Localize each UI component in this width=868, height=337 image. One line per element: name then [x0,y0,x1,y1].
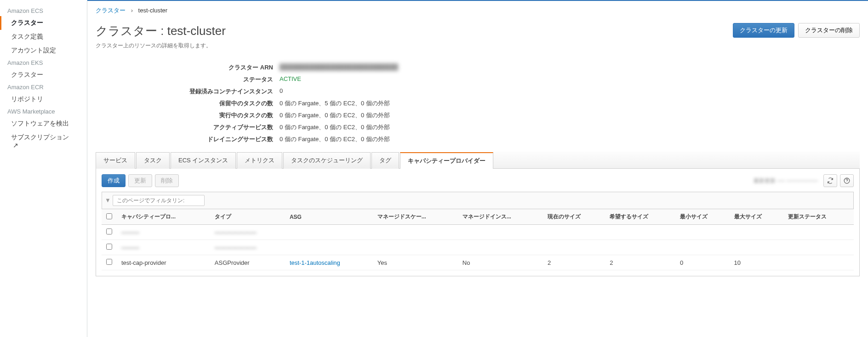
column-header[interactable]: 最小サイズ [675,209,730,225]
sidebar-item[interactable]: タスク定義 [0,30,87,44]
tab[interactable]: タスクのスケジューリング [283,152,371,169]
breadcrumb-root[interactable]: クラスター [96,7,126,14]
column-header[interactable]: キャパシティープロ... [117,209,210,225]
table-body: ————————————————————test-cap-providerASG… [102,225,854,270]
tab[interactable]: タスク [136,152,170,169]
table-cell: ——— [117,225,210,240]
column-header[interactable]: マネージドインス... [458,209,543,225]
detail-label: 登録済みコンテナインスタンス [105,87,280,96]
detail-row: ステータスACTIVE [105,75,860,84]
filter-icon: ▼ [105,197,111,204]
detail-row: クラスター ARN████████████████████████████ [105,63,860,72]
row-checkbox-cell [102,255,117,270]
table-cell [730,240,784,255]
tab-content: 作成 更新 削除 最新更新 ── ──────── ▼ キ [96,169,860,276]
update-button[interactable]: 更新 [128,174,152,187]
column-header[interactable]: タイプ [210,209,285,225]
column-header[interactable]: 現在のサイズ [543,209,605,225]
table-cell [675,240,730,255]
delete-button[interactable]: 削除 [155,174,179,187]
sidebar-heading[interactable]: AWS Marketplace [0,106,87,117]
table-cell: ASGProvider [210,255,285,270]
subtitle: クラスター上のリソースの詳細を取得します。 [96,42,860,50]
column-header[interactable]: 希望するサイズ [605,209,675,225]
table-cell [675,225,730,240]
table-cell: 2 [605,255,675,270]
table-cell: test-cap-provider [117,255,210,270]
sidebar-item[interactable]: クラスター [0,16,87,30]
table-cell: ——————— [210,225,285,240]
table-cell [543,240,605,255]
table-row[interactable]: —————————— [102,225,854,240]
sidebar-item[interactable]: クラスター [0,68,87,82]
page-title: クラスター : test-cluster [96,23,226,39]
table-cell [605,225,675,240]
update-cluster-button[interactable]: クラスターの更新 [733,23,794,38]
column-header[interactable]: 更新ステータス [783,209,854,225]
table-cell [285,240,373,255]
sidebar-heading[interactable]: Amazon ECR [0,82,87,92]
detail-value: 0 個の Fargate、0 個の EC2、0 個の外部 [280,111,390,120]
table-cell: No [458,255,543,270]
tab[interactable]: ECS インスタンス [171,152,236,169]
detail-row: 登録済みコンテナインスタンス0 [105,87,860,96]
delete-cluster-button[interactable]: クラスターの削除 [798,23,860,38]
breadcrumb-separator: › [131,7,133,14]
sidebar-heading[interactable]: Amazon ECS [0,6,87,16]
detail-value: 0 個の Fargate、0 個の EC2、0 個の外部 [280,135,390,143]
tab[interactable]: タグ [371,152,399,169]
table-cell: ——————— [210,240,285,255]
column-header[interactable]: マネージドスケー... [373,209,458,225]
detail-label: 保留中のタスクの数 [105,99,280,108]
tab[interactable]: サービス [96,152,135,169]
row-checkbox[interactable] [106,228,112,234]
sidebar-item[interactable]: サブスクリプション↗ [0,131,87,152]
table-cell [373,225,458,240]
table-cell: 2 [543,255,605,270]
column-header[interactable]: 最大サイズ [730,209,784,225]
sidebar-item[interactable]: アカウント設定 [0,44,87,57]
table-cell: Yes [373,255,458,270]
table-cell [285,225,373,240]
asg-link[interactable]: test-1-1autoscaling [290,259,340,266]
sidebar-item[interactable]: ソフトウェアを検出 [0,117,87,131]
breadcrumb-current: test-cluster [138,7,168,14]
refresh-icon[interactable] [823,174,837,187]
select-all-header [102,209,117,225]
table-row[interactable]: test-cap-providerASGProvidertest-1-1auto… [102,255,854,270]
table-cell: ——— [117,240,210,255]
create-button[interactable]: 作成 [102,174,126,187]
table-cell [605,240,675,255]
detail-row: ドレイニングサービス数0 個の Fargate、0 個の EC2、0 個の外部 [105,135,860,143]
action-buttons: クラスターの更新 クラスターの削除 [733,23,860,38]
row-checkbox[interactable] [106,244,112,250]
table-cell [458,225,543,240]
capacity-provider-table: キャパシティープロ...タイプASGマネージドスケー...マネージドインス...… [102,209,854,270]
detail-row: アクティブサービス数0 個の Fargate、0 個の EC2、0 個の外部 [105,123,860,131]
detail-row: 保留中のタスクの数0 個の Fargate、5 個の EC2、0 個の外部 [105,99,860,108]
table-row[interactable]: —————————— [102,240,854,255]
sidebar-item[interactable]: リポジトリ [0,92,87,106]
sidebar-heading[interactable]: Amazon EKS [0,57,87,68]
table-cell [783,255,854,270]
table-header-row: キャパシティープロ...タイプASGマネージドスケー...マネージドインス...… [102,209,854,225]
filter-box: ▼ [102,192,854,209]
table-cell [458,240,543,255]
column-header[interactable]: ASG [285,209,373,225]
filter-input[interactable] [113,195,205,206]
table-cell [783,240,854,255]
help-icon[interactable] [840,174,854,187]
timestamp-blur: 最新更新 ── ──────── [754,177,818,185]
breadcrumb: クラスター › test-cluster [96,6,860,15]
tabs: サービスタスクECS インスタンスメトリクスタスクのスケジューリングタグキャパシ… [96,152,860,169]
detail-label: 実行中のタスクの数 [105,111,280,120]
row-checkbox[interactable] [106,259,112,265]
tab[interactable]: キャパシティープロバイダー [400,152,493,169]
table-cell [783,225,854,240]
table-cell: 0 [675,255,730,270]
detail-label: ドレイニングサービス数 [105,135,280,143]
select-all-checkbox[interactable] [106,213,112,219]
detail-value: 0 [280,87,283,96]
tab[interactable]: メトリクス [237,152,282,169]
table-cell: test-1-1autoscaling [285,255,373,270]
